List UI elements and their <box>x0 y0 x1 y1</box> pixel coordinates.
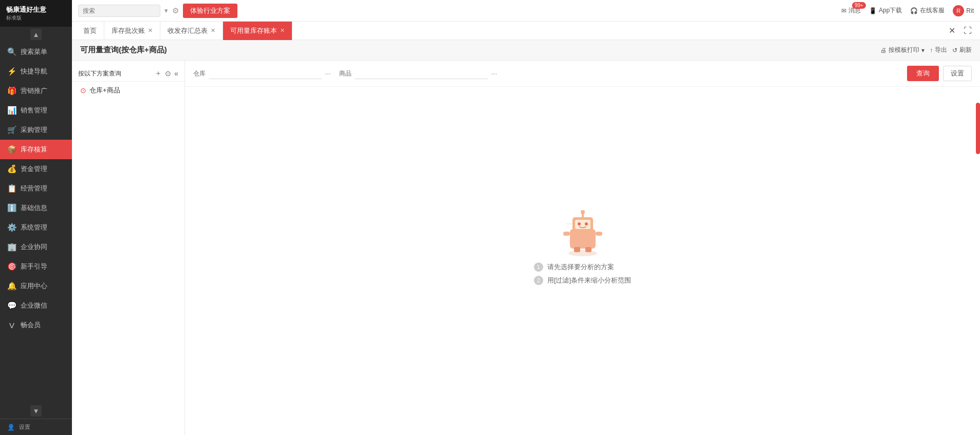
sidebar-label-marketing: 营销推广 <box>21 86 47 96</box>
tabs-bar: 首页库存批次账✕收发存汇总表✕可用量库存账本✕ ✕ ⛶ <box>72 22 980 40</box>
sidebar-item-shortcut[interactable]: ⚡ 快捷导航 <box>0 62 72 81</box>
svg-point-7 <box>581 210 585 214</box>
sidebar-icon-system: ⚙️ <box>7 223 16 232</box>
scheme-add-button[interactable]: ＋ <box>155 69 162 78</box>
right-panel: 仓库 ··· 商品 ··· 查询 设置 <box>185 61 980 435</box>
tab-label-available: 可用量库存账本 <box>230 26 277 35</box>
sidebar-label-appstore: 应用中心 <box>21 281 47 291</box>
sidebar-label-sales: 销售管理 <box>21 106 47 115</box>
sidebar-item-enterprise[interactable]: 🏢 企业协同 <box>0 237 72 257</box>
tab-close-batch[interactable]: ✕ <box>148 27 153 34</box>
page-header: 可用量查询(按仓库+商品) 🖨 按模板打印 ▾ ↑ 导出 ↺ 刷新 <box>72 40 980 61</box>
svg-rect-8 <box>563 232 570 236</box>
refresh-icon: ↺ <box>952 47 957 54</box>
tab-close-receipt[interactable]: ✕ <box>211 27 215 34</box>
tabs-right-actions: ✕ ⛶ <box>947 25 976 36</box>
svg-point-5 <box>585 222 588 225</box>
topbar-dropdown-arrow[interactable]: ▾ <box>164 7 168 14</box>
sidebar-item-sales[interactable]: 📊 销售管理 <box>0 101 72 120</box>
sidebar-label-purchase: 采购管理 <box>21 125 47 135</box>
message-button[interactable]: ✉ 消息 99+ <box>841 6 861 15</box>
svg-point-4 <box>578 222 581 225</box>
tab-receipt[interactable]: 收发存汇总表✕ <box>160 22 223 40</box>
svg-point-0 <box>568 250 597 256</box>
tab-label-home: 首页 <box>83 26 97 35</box>
settings-button[interactable]: 设置 <box>943 66 972 81</box>
sidebar-label-inventory: 库存核算 <box>21 145 47 154</box>
sidebar-icon-member: V <box>7 321 16 330</box>
avatar: R <box>953 5 964 16</box>
sidebar-icon-enterprise: 🏢 <box>7 242 16 252</box>
product-label: 商品 <box>339 69 352 78</box>
sidebar-label-shortcut: 快捷导航 <box>21 67 47 76</box>
trial-button[interactable]: 体验行业方案 <box>183 4 237 18</box>
sidebar-icon-purchase: 🛒 <box>7 125 16 135</box>
sidebar-label-operation: 经营管理 <box>21 184 47 193</box>
app-download-button[interactable]: 📱 App下载 <box>869 6 902 15</box>
topbar-gear-icon[interactable]: ⚙ <box>172 6 179 15</box>
tab-available[interactable]: 可用量库存账本✕ <box>223 22 292 40</box>
tab-home[interactable]: 首页 <box>76 22 104 40</box>
sidebar-icon-inventory: 📦 <box>7 145 16 154</box>
message-icon: ✉ <box>841 7 846 14</box>
app-label: App下载 <box>879 6 902 15</box>
filter-actions: 查询 设置 <box>907 66 972 81</box>
sidebar-item-system[interactable]: ⚙️ 系统管理 <box>0 218 72 237</box>
sidebar-scroll-up[interactable]: ▲ <box>30 29 42 40</box>
sidebar-scroll: 🔍 搜索菜单 ⚡ 快捷导航 🎁 营销推广 📊 销售管理 🛒 采购管理 📦 库存核… <box>0 42 72 403</box>
svg-text:~~: ~~ <box>592 219 596 223</box>
scheme-title: 按以下方案查询 <box>78 69 121 78</box>
sidebar-item-finance[interactable]: 💰 资金管理 <box>0 159 72 179</box>
scheme-item-warehouse-product[interactable]: ⊙ 仓库+商品 <box>72 82 184 99</box>
content-area: 按以下方案查询 ＋ ⊙ « ⊙ 仓库+商品 仓库 ··· <box>72 61 980 435</box>
close-tab-button[interactable]: ✕ <box>947 25 957 36</box>
sidebar-item-guide[interactable]: 🎯 新手引导 <box>0 257 72 276</box>
tabs-container: 首页库存批次账✕收发存汇总表✕可用量库存账本✕ <box>76 22 292 40</box>
sidebar-label-wechat: 企业微信 <box>21 301 47 310</box>
right-scrollbar[interactable] <box>976 103 980 154</box>
query-button[interactable]: 查询 <box>907 66 939 81</box>
sidebar-item-appstore[interactable]: 🔔 应用中心 <box>0 276 72 296</box>
sidebar-item-marketing[interactable]: 🎁 营销推广 <box>0 81 72 101</box>
sidebar-label-enterprise: 企业协同 <box>21 242 47 252</box>
refresh-label: 刷新 <box>959 46 972 54</box>
sidebar-item-basic[interactable]: ℹ️ 基础信息 <box>0 198 72 218</box>
tab-label-receipt: 收发存汇总表 <box>168 26 208 35</box>
service-label: 在线客服 <box>920 6 945 15</box>
phone-icon: 📱 <box>869 7 877 14</box>
print-button[interactable]: 🖨 按模板打印 ▾ <box>880 46 924 54</box>
product-input[interactable] <box>355 68 488 79</box>
refresh-button[interactable]: ↺ 刷新 <box>952 46 972 54</box>
scheme-actions: ＋ ⊙ « <box>155 69 178 78</box>
sidebar-label-basic: 基础信息 <box>21 203 47 213</box>
tab-close-available[interactable]: ✕ <box>280 27 285 34</box>
sidebar-item-purchase[interactable]: 🛒 采购管理 <box>0 120 72 140</box>
warehouse-more-icon[interactable]: ··· <box>325 69 331 78</box>
topbar-search-input[interactable] <box>78 5 160 17</box>
export-button[interactable]: ↑ 导出 <box>930 46 947 54</box>
sidebar-item-wechat[interactable]: 💬 企业微信 <box>0 296 72 315</box>
warehouse-input[interactable] <box>209 68 322 79</box>
tip2-text: 用[过滤]条件来缩小分析范围 <box>547 276 631 285</box>
sidebar-item-inventory[interactable]: 📦 库存核算 <box>0 140 72 159</box>
tab-batch[interactable]: 库存批次账✕ <box>104 22 160 40</box>
expand-button[interactable]: ⛶ <box>961 25 974 36</box>
sidebar-item-operation[interactable]: 📋 经营管理 <box>0 179 72 198</box>
user-menu[interactable]: R Rit <box>953 5 974 16</box>
sidebar-scroll-down[interactable]: ▼ <box>30 405 42 417</box>
scheme-settings-button[interactable]: ⊙ <box>165 69 171 78</box>
sidebar-title: 畅康通好生意 <box>6 5 66 14</box>
sidebar-header: 畅康通好生意 标准版 <box>0 0 72 27</box>
sidebar-label-search: 搜索菜单 <box>21 47 47 56</box>
export-icon: ↑ <box>930 47 933 54</box>
svg-text:~~~: ~~~ <box>566 221 575 226</box>
sidebar-icon-search: 🔍 <box>7 47 16 56</box>
online-service-button[interactable]: 🎧 在线客服 <box>910 6 945 15</box>
product-more-icon[interactable]: ··· <box>491 69 497 78</box>
warehouse-filter-group: 仓库 ··· <box>193 68 331 79</box>
sidebar-item-search[interactable]: 🔍 搜索菜单 <box>0 42 72 62</box>
scheme-item-label: 仓库+商品 <box>89 86 120 95</box>
tip2-number: 2 <box>534 276 543 285</box>
sidebar-item-member[interactable]: V 畅会员 <box>0 315 72 335</box>
scheme-collapse-button[interactable]: « <box>174 69 178 78</box>
